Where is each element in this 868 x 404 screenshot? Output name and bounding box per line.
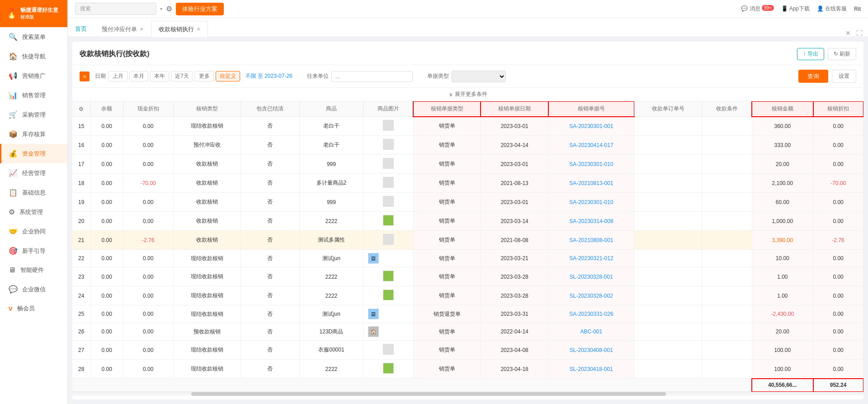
sidebar-label-finance: 资金管理 [22, 150, 46, 158]
tab-writeoff[interactable]: 收款核销执行 ✕ [151, 21, 208, 37]
cell-product-image: 🖼 [363, 250, 413, 267]
tab-prepay-close[interactable]: ✕ [140, 27, 143, 32]
cell-writeoff-num[interactable]: SA-20230331-026 [548, 305, 634, 323]
writeoff-num-link[interactable]: SL-20230408-001 [570, 347, 613, 353]
writeoff-num-link[interactable]: SA-20230321-012 [569, 255, 613, 261]
writeoff-num-link[interactable]: ABC-001 [580, 328, 603, 335]
sidebar-item-purchase[interactable]: 🛒 采购管理 [0, 105, 67, 124]
filter-expand-button[interactable]: » [80, 71, 90, 81]
cell-writeoff-date: 2023-04-08 [481, 341, 548, 360]
partner-input[interactable] [331, 71, 413, 82]
date-btn-this-month[interactable]: 本月 [129, 71, 148, 81]
cell-id: 25 [72, 305, 90, 323]
table-row: 25 0.00 0.00 现结收款核销 否 测试jun 🖼 销货退货单 2023… [72, 305, 863, 323]
operation-icon: 📈 [9, 169, 18, 177]
sidebar-item-system[interactable]: ⚙ 系统管理 [0, 202, 67, 222]
sidebar-item-collab[interactable]: 🤝 企业协同 [0, 222, 67, 241]
writeoff-num-link[interactable]: SA-20210808-001 [569, 237, 613, 243]
writeoff-num-link[interactable]: SA-20230414-017 [569, 142, 613, 148]
sidebar-item-guide[interactable]: 🎯 新手引导 [0, 241, 67, 261]
search-box[interactable]: 搜索 [75, 3, 156, 15]
date-btn-custom[interactable]: 自定义 [216, 71, 240, 81]
cell-writeoff-num[interactable]: SA-20230301-010 [548, 155, 634, 174]
cell-writeoff-num[interactable]: SL-20230408-001 [548, 341, 634, 360]
table-container: ⚙ 余额 现金折扣 核销类型 包含已结清 商品 商品图片 核销单据类型 核销单据… [72, 101, 863, 399]
cell-writeoff-num[interactable]: SL-20230418-001 [548, 360, 634, 379]
cell-writeoff-doc-type: 销货单 [413, 117, 481, 136]
cell-writeoff-num[interactable]: SA-20230414-017 [548, 136, 634, 155]
scrollbar-thumb[interactable] [191, 392, 666, 396]
cell-writeoff-num[interactable]: SA-20230321-012 [548, 250, 634, 267]
filter-area: » 日期 上月 本月 本年 近7天 更多 自定义 [72, 65, 863, 88]
writeoff-num-link[interactable]: SL-20230418-001 [570, 366, 613, 372]
writeoff-num-link[interactable]: SL-20230328-002 [570, 293, 613, 299]
online-service-btn[interactable]: 👤 在线客服 [817, 5, 847, 13]
doctype-select[interactable] [452, 71, 506, 82]
app-download-btn[interactable]: 📱 App下载 [781, 5, 810, 13]
scrollbar-area[interactable] [72, 392, 863, 395]
writeoff-num-link[interactable]: SA-20230301-001 [569, 123, 613, 129]
writeoff-num-link[interactable]: SA-20230314-008 [569, 218, 613, 224]
tab-writeoff-close[interactable]: ✕ [197, 27, 200, 32]
sidebar-item-search[interactable]: 🔍 搜索菜单 [0, 27, 67, 47]
date-btn-more[interactable]: 更多 [195, 71, 214, 81]
cell-receipt-condition [702, 360, 752, 379]
sidebar-item-operation[interactable]: 📈 经营管理 [0, 163, 67, 183]
cell-product-image: 🏠 [363, 323, 413, 341]
tab-maximize-icon[interactable]: ⛶ [856, 29, 863, 37]
sidebar-item-marketing[interactable]: 📢 营销推广 [0, 66, 67, 86]
dropdown-icon[interactable]: ▾ [160, 6, 162, 11]
cell-receipt-condition [702, 305, 752, 323]
th-settings[interactable]: ⚙ [72, 101, 90, 117]
tab-prepay[interactable]: 预付冲应付单 ✕ [94, 21, 151, 37]
writeoff-num-link[interactable]: SA-20230301-010 [569, 161, 613, 167]
cell-writeoff-discount: 0.00 [813, 136, 863, 155]
cell-writeoff-num[interactable]: SA-20230301-010 [548, 193, 634, 212]
cell-writeoff-date: 2021-08-08 [481, 231, 548, 250]
sidebar-item-basicinfo[interactable]: 📋 基础信息 [0, 183, 67, 202]
cell-cash-discount: 0.00 [123, 250, 173, 267]
writeoff-num-link[interactable]: SA-20230331-026 [569, 311, 613, 317]
settings-gear-icon[interactable]: ⚙ [166, 5, 172, 13]
logo-title: 畅捷通谱好生意 [20, 7, 58, 14]
cell-receipt-condition [702, 267, 752, 286]
sidebar-item-hardware[interactable]: 🖥 智能硬件 [0, 261, 67, 280]
system-icon: ⚙ [9, 208, 15, 216]
cell-writeoff-num[interactable]: SA-20230301-001 [548, 117, 634, 136]
sidebar-item-member[interactable]: V 畅会员 [0, 299, 67, 318]
sidebar-item-quicknav[interactable]: 🏠 快捷导航 [0, 47, 67, 66]
tab-close-all-icon[interactable]: ✕ [845, 29, 851, 37]
cell-writeoff-num[interactable]: SA-20210808-001 [548, 231, 634, 250]
cell-writeoff-amount: 360.00 [752, 117, 813, 136]
sidebar-item-inventory[interactable]: 📦 库存核算 [0, 124, 67, 144]
query-button[interactable]: 查询 [798, 70, 828, 83]
refresh-button[interactable]: ↻ 刷新 [828, 48, 856, 60]
date-btn-this-year[interactable]: 本年 [150, 71, 169, 81]
writeoff-num-link[interactable]: SA-20210813-001 [569, 180, 613, 186]
cell-writeoff-num[interactable]: SA-20210813-001 [548, 174, 634, 193]
sidebar-item-wechat[interactable]: 💬 企业微信 [0, 280, 67, 299]
cell-balance: 0.00 [90, 341, 123, 360]
cell-writeoff-num[interactable]: SL-20230328-001 [548, 267, 634, 286]
column-settings-icon[interactable]: ⚙ [79, 106, 84, 112]
sidebar-item-finance[interactable]: 💰 资金管理 [0, 144, 67, 163]
sidebar-item-sales[interactable]: 📊 销售管理 [0, 86, 67, 105]
writeoff-num-link[interactable]: SA-20230301-010 [569, 199, 613, 205]
expand-more-btn[interactable]: ∨ 展开更多条件 [72, 88, 863, 101]
cell-writeoff-amount: 1.00 [752, 267, 813, 286]
message-btn[interactable]: 💬 消息 99+ [741, 5, 774, 13]
cell-writeoff-num[interactable]: SA-20230314-008 [548, 212, 634, 231]
cell-writeoff-num[interactable]: ABC-001 [548, 323, 634, 341]
cell-writeoff-doc-type: 销货单 [413, 174, 481, 193]
cell-receipt-condition [702, 174, 752, 193]
date-btn-7days[interactable]: 近7天 [171, 71, 193, 81]
setting-button[interactable]: 设置 [832, 70, 856, 83]
export-button[interactable]: ↑ 导出 [797, 48, 824, 60]
tab-home[interactable]: 首页 [68, 21, 94, 37]
writeoff-num-link[interactable]: SL-20230328-001 [570, 274, 613, 280]
trial-button[interactable]: 体验行业方案 [176, 3, 224, 15]
cell-writeoff-num[interactable]: SL-20230328-002 [548, 286, 634, 305]
date-btn-last-month[interactable]: 上月 [108, 71, 127, 81]
table-row: 22 0.00 0.00 现结收款核销 否 测试jun 🖼 销货单 2023-0… [72, 250, 863, 267]
cell-receipt-order [634, 341, 702, 360]
